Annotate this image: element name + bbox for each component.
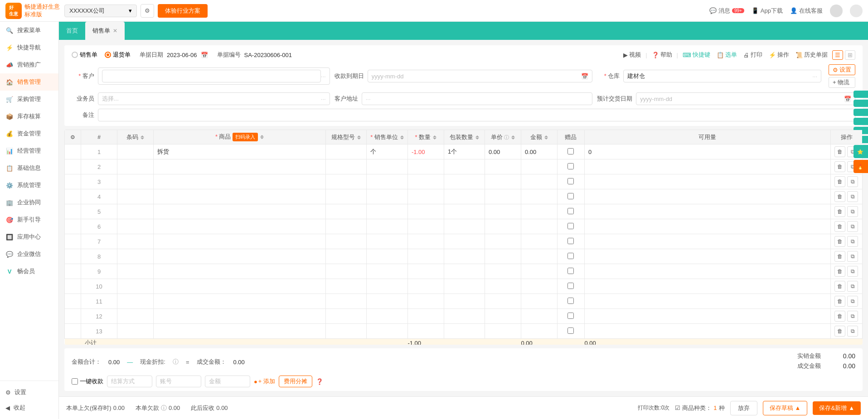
warehouse-select-icon[interactable]: ··· xyxy=(812,73,817,80)
sidebar-item-member[interactable]: V 畅会员 xyxy=(0,263,58,280)
shortcut-btn[interactable]: ⌨ 快捷键 xyxy=(681,50,712,60)
tab-home[interactable]: 首页 xyxy=(59,22,85,40)
delete-row-btn[interactable]: 🗑 xyxy=(834,206,845,217)
gift-checkbox[interactable] xyxy=(567,208,574,214)
sidebar-item-search[interactable]: 🔍 搜索菜单 xyxy=(0,22,58,39)
gift-checkbox[interactable] xyxy=(567,193,574,199)
delete-row-btn[interactable]: 🗑 xyxy=(834,191,845,202)
radio-return-input[interactable] xyxy=(105,52,111,58)
rfloat-btn-7[interactable]: ⭐ xyxy=(853,145,868,158)
customer-select-icon[interactable]: ··· xyxy=(321,73,326,80)
history-btn[interactable]: 📜 历史单据 xyxy=(794,50,829,60)
operation-btn[interactable]: ⚡ 操作 xyxy=(767,50,791,60)
app-download-button[interactable]: 📱 App下载 xyxy=(752,7,783,15)
sidebar-item-collab[interactable]: 🏢 企业协同 xyxy=(0,194,58,211)
discount-dash[interactable]: — xyxy=(127,359,133,366)
copy-row-btn[interactable]: ⧉ xyxy=(847,206,858,217)
sidebar-item-system[interactable]: ⚙️ 系统管理 xyxy=(0,177,58,194)
gift-checkbox[interactable] xyxy=(567,223,574,229)
due-date-input[interactable]: yyyy-mm-dd 📅 xyxy=(368,70,593,82)
col-settings[interactable]: ⚙ xyxy=(65,130,81,144)
sidebar-item-sales[interactable]: 🏠 销售管理 xyxy=(0,73,58,91)
rfloat-btn-1[interactable]: 设置 xyxy=(853,91,868,98)
gift-checkbox[interactable] xyxy=(567,163,574,169)
remark-input[interactable] xyxy=(98,109,855,121)
tab-sale-order[interactable]: 销售单 ✕ xyxy=(85,22,125,40)
barcode-scan-btn[interactable]: 扫码录入 xyxy=(233,133,258,141)
total-owe-help[interactable]: ⓘ xyxy=(161,404,167,412)
calendar-icon2[interactable]: 📅 xyxy=(581,73,588,80)
company-select[interactable]: XXXXXX公司 ▾ xyxy=(64,5,137,17)
logistics-btn[interactable]: + 物流 xyxy=(829,77,855,88)
sidebar-item-wechat[interactable]: 💬 企业微信 xyxy=(0,246,58,263)
delete-row-btn[interactable]: 🗑 xyxy=(834,221,845,232)
delete-row-btn[interactable]: 🗑 xyxy=(834,236,845,247)
delete-row-btn[interactable]: 🗑 xyxy=(834,296,845,307)
account-input[interactable]: 账号 xyxy=(156,376,201,387)
expense-split-btn[interactable]: 费用分摊 xyxy=(279,376,312,387)
sidebar-item-guide[interactable]: 🎯 新手引导 xyxy=(0,211,58,228)
sidebar-collapse[interactable]: ◀ 收起 xyxy=(0,400,58,415)
add-payment-btn[interactable]: ● + 添加 xyxy=(254,377,275,385)
avatar2[interactable] xyxy=(850,5,863,17)
sidebar-item-purchase[interactable]: 🛒 采购管理 xyxy=(0,91,58,108)
sidebar-settings[interactable]: ⚙ 设置 xyxy=(0,385,58,400)
discount-help-icon[interactable]: ⓘ xyxy=(173,358,179,366)
salesperson-select-icon[interactable]: ··· xyxy=(321,96,326,102)
settings-form-btn[interactable]: ⚙ 设置 xyxy=(829,64,855,75)
expense-help-icon[interactable]: ❓ xyxy=(316,378,323,385)
delete-row-btn[interactable]: 🗑 xyxy=(834,146,845,157)
gift-checkbox[interactable] xyxy=(567,268,574,274)
tab-close-icon[interactable]: ✕ xyxy=(113,28,117,34)
save-draft-button[interactable]: 保存草稿 ▲ xyxy=(763,401,808,415)
sidebar-item-marketing[interactable]: 📣 营销推广 xyxy=(0,56,58,73)
gift-checkbox[interactable] xyxy=(567,283,574,289)
addr-select-icon[interactable]: ··· xyxy=(366,96,371,102)
copy-row-btn[interactable]: ⧉ xyxy=(847,221,858,232)
customer-addr-input[interactable]: ··· xyxy=(362,92,593,105)
salesperson-input[interactable]: 选择... ··· xyxy=(98,92,330,105)
one-click-pay-checkbox[interactable] xyxy=(72,378,78,385)
delete-row-btn[interactable]: 🗑 xyxy=(834,326,845,337)
grid-view-btn[interactable]: ⊞ xyxy=(845,50,855,60)
delete-row-btn[interactable]: 🗑 xyxy=(834,161,845,172)
copy-row-btn[interactable]: ⧉ xyxy=(847,266,858,277)
copy-row-btn[interactable]: ⧉ xyxy=(847,296,858,307)
copy-row-btn[interactable]: ⧉ xyxy=(847,326,858,337)
amount-input[interactable]: 金额 xyxy=(205,376,250,387)
calendar-icon3[interactable]: 📅 xyxy=(844,96,851,102)
gift-checkbox[interactable] xyxy=(567,238,574,244)
rfloat-btn-8[interactable]: 🔥 xyxy=(853,160,868,173)
radio-return[interactable]: 退货单 xyxy=(105,51,131,59)
sidebar-item-quicknav[interactable]: ⚡ 快捷导航 xyxy=(0,39,58,56)
gift-checkbox[interactable] xyxy=(567,253,574,259)
warehouse-input[interactable]: 建材仓 ··· xyxy=(623,70,821,82)
rfloat-btn-3[interactable]: 邀请 xyxy=(853,109,868,116)
settle-method-input[interactable]: 结算方式 xyxy=(107,376,152,387)
one-click-pay-check[interactable]: 一键收款 xyxy=(72,377,103,385)
select-btn[interactable]: 📋 选单 xyxy=(715,50,739,60)
video-btn[interactable]: ▶ 视频 xyxy=(621,50,643,60)
delete-row-btn[interactable]: 🗑 xyxy=(834,311,845,322)
save-new-button[interactable]: 保存&新增 ▲ xyxy=(813,401,861,415)
delete-row-btn[interactable]: 🗑 xyxy=(834,281,845,292)
sidebar-item-finance[interactable]: 💰 资金管理 xyxy=(0,125,58,142)
sidebar-item-basic[interactable]: 📋 基础信息 xyxy=(0,159,58,177)
calendar-icon[interactable]: 📅 xyxy=(201,52,208,58)
gift-checkbox[interactable] xyxy=(567,148,574,154)
radio-sale-input[interactable] xyxy=(72,52,78,58)
copy-row-btn[interactable]: ⧉ xyxy=(847,251,858,262)
list-view-btn[interactable]: ☰ xyxy=(832,50,843,60)
settings-button[interactable]: ⚙ xyxy=(141,4,154,18)
copy-row-btn[interactable]: ⧉ xyxy=(847,311,858,322)
copy-row-btn[interactable]: ⧉ xyxy=(847,236,858,247)
sidebar-item-operation[interactable]: 📊 经营管理 xyxy=(0,142,58,159)
sidebar-item-inventory[interactable]: 📦 库存核算 xyxy=(0,108,58,125)
gift-checkbox[interactable] xyxy=(567,313,574,319)
delete-row-btn[interactable]: 🗑 xyxy=(834,266,845,277)
gift-checkbox[interactable] xyxy=(567,178,574,184)
rfloat-btn-4[interactable]: 记录 xyxy=(853,118,868,125)
expected-date-input[interactable]: yyyy-mm-dd 📅 xyxy=(636,92,855,105)
customer-input[interactable]: ··· xyxy=(98,67,330,85)
copy-row-btn[interactable]: ⧉ xyxy=(847,176,858,187)
